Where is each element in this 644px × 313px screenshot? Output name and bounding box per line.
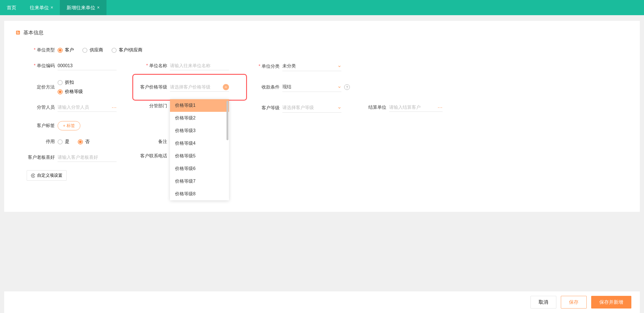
radio-icon <box>58 139 63 144</box>
unit-category-select[interactable]: 未分类 <box>282 62 341 71</box>
tab-new-contact-label: 新增往来单位 <box>67 4 95 11</box>
radio-no[interactable]: 否 <box>78 139 90 145</box>
customer-tag-label: 客户标签 <box>27 123 58 129</box>
disabled-radio-group: 是 否 <box>58 139 90 145</box>
radio-price-level-label: 价格等级 <box>65 89 83 95</box>
svg-rect-2 <box>17 32 19 33</box>
contact-phone-label: 客户联系电话 <box>139 153 170 159</box>
gear-icon <box>31 173 35 178</box>
dropdown-item[interactable]: 价格等级6 <box>170 162 229 175</box>
radio-no-label: 否 <box>85 139 90 145</box>
dropdown-item[interactable]: 价格等级1 <box>170 99 229 112</box>
svg-rect-1 <box>17 31 19 32</box>
main-panel: 基本信息 单位类型 客户 供应商 客户/供应商 <box>4 21 640 212</box>
tab-contacts[interactable]: 往来单位 × <box>23 0 60 15</box>
settlement-unit-input[interactable] <box>389 103 435 112</box>
close-icon[interactable]: × <box>51 5 53 10</box>
radio-yes-label: 是 <box>65 139 69 145</box>
boss-preference-label: 客户老板喜好 <box>27 155 58 160</box>
dropdown-item[interactable]: 价格等级7 <box>170 175 229 188</box>
radio-yes[interactable]: 是 <box>58 139 69 145</box>
radio-icon <box>58 48 63 53</box>
svg-point-4 <box>33 175 34 176</box>
radio-icon <box>58 89 63 94</box>
radio-icon <box>82 48 87 53</box>
more-icon[interactable]: ⋯ <box>435 104 443 110</box>
price-level-select[interactable]: 价格等级1 价格等级2 价格等级3 价格等级4 价格等级5 价格等级6 价格等级… <box>170 83 229 92</box>
unit-category-label: 单位分类 <box>251 63 282 69</box>
dropdown-item[interactable]: 价格等级4 <box>170 137 229 150</box>
section-header: 基本信息 <box>15 29 629 36</box>
radio-icon <box>58 80 63 85</box>
payment-terms-select[interactable]: 现结 <box>282 82 341 92</box>
manager-input[interactable] <box>58 103 109 112</box>
unit-category-value: 未分类 <box>282 62 337 71</box>
settlement-unit-label: 结算单位 <box>364 105 389 110</box>
radio-customer-label: 客户 <box>65 47 74 53</box>
radio-supplier-label: 供应商 <box>90 47 103 53</box>
custom-settings-button[interactable]: 自定义项设置 <box>27 170 67 181</box>
svg-rect-3 <box>17 33 19 34</box>
pricing-method-radio-group: 折扣 价格等级 <box>58 80 83 95</box>
add-tag-button[interactable]: + 标签 <box>58 121 80 130</box>
manager-label: 分管人员 <box>27 105 58 110</box>
help-icon[interactable]: ? <box>344 84 350 90</box>
customer-level-select[interactable]: 请选择客户等级 <box>282 103 341 113</box>
price-level-input[interactable] <box>170 83 223 91</box>
radio-supplier[interactable]: 供应商 <box>82 47 103 53</box>
form-icon <box>15 30 21 35</box>
chevron-down-icon <box>337 85 341 89</box>
radio-both-label: 客户/供应商 <box>119 47 142 53</box>
section-title: 基本信息 <box>23 29 44 36</box>
department-label: 分管部门 <box>139 103 170 109</box>
boss-preference-input[interactable] <box>58 153 117 162</box>
custom-settings-label: 自定义项设置 <box>37 173 62 178</box>
tab-bar: 首页 往来单位 × 新增往来单位 × <box>0 0 644 15</box>
customer-level-placeholder: 请选择客户等级 <box>282 103 337 112</box>
payment-terms-label: 收款条件 <box>251 84 282 90</box>
chevron-down-icon <box>337 64 341 68</box>
unit-code-label: 单位编码 <box>27 63 58 69</box>
dropdown-item[interactable]: 价格等级5 <box>170 150 229 162</box>
tab-home-label: 首页 <box>7 4 16 11</box>
radio-discount-label: 折扣 <box>65 80 74 85</box>
dropdown-item[interactable]: 价格等级3 <box>170 124 229 137</box>
tab-new-contact[interactable]: 新增往来单位 × <box>60 0 106 15</box>
radio-icon <box>78 139 83 144</box>
radio-price-level[interactable]: 价格等级 <box>58 89 83 95</box>
chevron-up-icon[interactable] <box>223 84 229 90</box>
unit-name-label: 单位名称 <box>139 63 170 69</box>
unit-type-radio-group: 客户 供应商 客户/供应商 <box>58 47 142 53</box>
radio-both[interactable]: 客户/供应商 <box>112 47 142 53</box>
remark-label: 备注 <box>139 139 170 145</box>
radio-customer[interactable]: 客户 <box>58 47 74 53</box>
scrollbar[interactable] <box>226 101 228 140</box>
more-icon[interactable]: ⋯ <box>109 104 117 110</box>
disabled-label: 停用 <box>27 139 58 145</box>
payment-terms-value: 现结 <box>282 82 337 92</box>
price-level-dropdown: 价格等级1 价格等级2 价格等级3 价格等级4 价格等级5 价格等级6 价格等级… <box>170 99 229 200</box>
close-icon[interactable]: × <box>97 5 99 10</box>
unit-name-input[interactable] <box>170 62 229 70</box>
unit-type-label: 单位类型 <box>27 47 58 53</box>
customer-level-label: 客户等级 <box>251 105 282 111</box>
dropdown-item[interactable]: 价格等级2 <box>170 112 229 124</box>
chevron-down-icon <box>337 106 341 110</box>
price-level-label: 客户价格等级 <box>139 84 170 90</box>
pricing-method-label: 定价方法 <box>27 84 58 90</box>
radio-icon <box>112 48 117 53</box>
tab-home[interactable]: 首页 <box>0 0 23 15</box>
unit-code-input[interactable] <box>58 62 117 70</box>
dropdown-item[interactable]: 价格等级8 <box>170 188 229 200</box>
radio-discount[interactable]: 折扣 <box>58 80 74 85</box>
tab-contacts-label: 往来单位 <box>30 4 49 11</box>
